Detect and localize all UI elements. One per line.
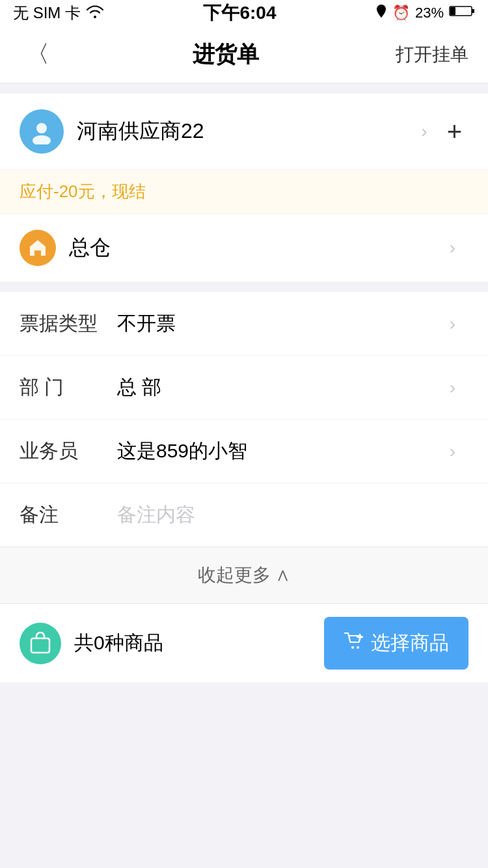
page-title: 进货单 bbox=[193, 40, 259, 70]
svg-rect-6 bbox=[31, 638, 49, 653]
select-product-button[interactable]: 选择商品 bbox=[324, 617, 468, 670]
warehouse-name: 总仓 bbox=[69, 234, 450, 262]
remark-row[interactable]: 备注 备注内容 bbox=[0, 483, 488, 547]
salesperson-value: 这是859的小智 bbox=[104, 438, 450, 465]
bottom-bar: 共0种商品 选择商品 bbox=[0, 603, 488, 683]
supplier-row[interactable]: 河南供应商22 › + bbox=[0, 94, 488, 170]
remark-label: 备注 bbox=[20, 502, 104, 528]
invoice-type-chevron-icon: › bbox=[450, 314, 455, 334]
top-divider bbox=[0, 83, 488, 94]
battery-text: 23% bbox=[415, 5, 444, 21]
product-count-icon bbox=[20, 623, 61, 664]
status-left: 无 SIM 卡 bbox=[13, 3, 104, 23]
warehouse-chevron-icon: › bbox=[450, 237, 455, 258]
supplier-name: 河南供应商22 bbox=[77, 117, 421, 146]
form-section: 票据类型 不开票 › 部 门 总 部 › 业务员 这是859的小智 › 备注 备… bbox=[0, 292, 488, 547]
status-bar: 无 SIM 卡 下午6:04 ⏰ 23% bbox=[0, 0, 488, 26]
supplier-chevron-icon: › bbox=[421, 121, 427, 142]
department-chevron-icon: › bbox=[450, 377, 455, 398]
status-right: ⏰ 23% bbox=[375, 4, 475, 22]
invoice-type-label: 票据类型 bbox=[20, 310, 104, 337]
supplier-avatar bbox=[20, 109, 64, 154]
add-supplier-button[interactable]: + bbox=[441, 117, 468, 146]
back-button[interactable]: 〈 bbox=[20, 32, 56, 77]
svg-point-7 bbox=[351, 646, 354, 649]
department-row[interactable]: 部 门 总 部 › bbox=[0, 356, 488, 420]
svg-point-3 bbox=[36, 123, 47, 133]
warehouse-icon bbox=[20, 230, 56, 266]
product-count-text: 共0种商品 bbox=[74, 630, 311, 657]
remark-input[interactable]: 备注内容 bbox=[104, 502, 468, 528]
location-icon bbox=[375, 4, 387, 22]
remaining-area bbox=[0, 683, 488, 868]
svg-point-4 bbox=[33, 135, 51, 144]
select-product-label: 选择商品 bbox=[371, 630, 449, 657]
notice-text: 应付-20元，现结 bbox=[20, 182, 146, 201]
salesperson-label: 业务员 bbox=[20, 438, 104, 465]
invoice-type-row[interactable]: 票据类型 不开票 › bbox=[0, 292, 488, 356]
svg-rect-2 bbox=[450, 7, 455, 15]
warehouse-row[interactable]: 总仓 › bbox=[0, 213, 488, 282]
battery-icon bbox=[449, 5, 475, 21]
wifi-icon bbox=[86, 4, 104, 22]
department-value: 总 部 bbox=[104, 374, 450, 401]
sim-label: 无 SIM 卡 bbox=[13, 3, 81, 23]
supplier-section: 河南供应商22 › + 应付-20元，现结 总仓 › bbox=[0, 94, 488, 282]
alarm-icon: ⏰ bbox=[392, 5, 410, 21]
salesperson-row[interactable]: 业务员 这是859的小智 › bbox=[0, 420, 488, 483]
svg-rect-5 bbox=[34, 251, 41, 256]
svg-point-8 bbox=[357, 646, 359, 649]
status-time: 下午6:04 bbox=[203, 1, 276, 25]
invoice-type-value: 不开票 bbox=[104, 310, 450, 337]
nav-bar: 〈 进货单 打开挂单 bbox=[0, 26, 488, 83]
collapse-label: 收起更多 ∧ bbox=[198, 563, 291, 588]
collapse-row[interactable]: 收起更多 ∧ bbox=[0, 547, 488, 603]
notice-bar: 应付-20元，现结 bbox=[0, 170, 488, 213]
department-label: 部 门 bbox=[20, 374, 104, 401]
open-pending-button[interactable]: 打开挂单 bbox=[396, 42, 468, 67]
salesperson-chevron-icon: › bbox=[450, 441, 455, 462]
svg-rect-1 bbox=[472, 9, 474, 13]
select-product-icon bbox=[344, 632, 364, 655]
